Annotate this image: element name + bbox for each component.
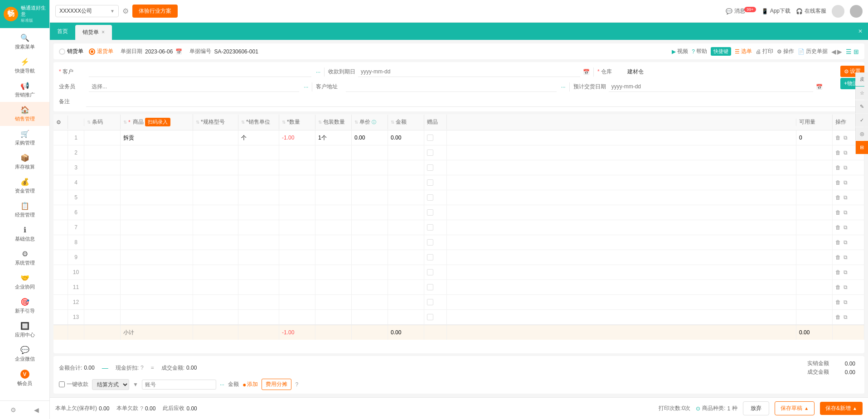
gift-checkbox-1[interactable] [427, 135, 433, 141]
discard-btn[interactable]: 放弃 [743, 401, 769, 415]
save-draft-btn[interactable]: 保存草稿 ▲ [775, 401, 815, 415]
sidebar-item-wechat[interactable]: 💬 企业微信 [0, 342, 49, 366]
list-view-icon[interactable]: ☰ [846, 48, 852, 55]
price-info-icon[interactable]: ⓘ [372, 119, 376, 125]
sidebar-item-basic-info[interactable]: ℹ 基础信息 [0, 222, 49, 246]
delete-icon[interactable]: 🗑 [835, 149, 841, 156]
trial-button[interactable]: 体验行业方案 [132, 5, 178, 18]
th-settings[interactable]: ⚙ [53, 116, 68, 129]
close-button[interactable]: ✕ [853, 28, 868, 34]
one-click-payment-checkbox[interactable] [59, 381, 65, 387]
collapse-btn[interactable]: ◀ [32, 405, 41, 415]
date-calendar-icon[interactable]: 📅 [175, 48, 182, 55]
copy-icon[interactable]: ⧉ [844, 224, 848, 231]
sort-icon8[interactable]: ⇅ [391, 120, 394, 125]
add-btn[interactable]: ● 添加 [242, 380, 258, 388]
td-gift-1[interactable] [424, 130, 447, 145]
salesperson-input[interactable] [89, 82, 299, 92]
fee-split-btn[interactable]: 费用分摊 [262, 379, 291, 390]
delete-icon[interactable]: 🗑 [835, 284, 841, 290]
copy-icon[interactable]: ⧉ [844, 239, 848, 246]
copy-icon[interactable]: ⧉ [844, 314, 848, 320]
settings-footer-btn[interactable]: ⚙ [9, 405, 18, 415]
float-btn-edit[interactable]: ✎ [855, 100, 868, 113]
sort-icon3[interactable]: ⇅ [196, 120, 199, 125]
debit-help-icon[interactable]: ? [140, 405, 143, 412]
print-action[interactable]: 🖨 打印 [756, 48, 773, 55]
settle-method-select[interactable]: 结算方式 [92, 379, 129, 390]
sidebar-item-finance[interactable]: 💰 资金管理 [0, 174, 49, 198]
delete-icon[interactable]: 🗑 [835, 164, 841, 171]
copy-icon[interactable]: ⧉ [844, 149, 848, 156]
tab-home[interactable]: 首页 [50, 24, 75, 39]
expected-date-calendar-icon[interactable]: 📅 [816, 84, 823, 90]
select-action[interactable]: ☰ 选单 [735, 48, 752, 55]
sort-icon[interactable]: ⇅ [87, 120, 91, 125]
sidebar-item-inventory[interactable]: 📦 库存核算 [0, 150, 49, 174]
sort-icon7[interactable]: ⇅ [354, 120, 358, 125]
sidebar-item-app-center[interactable]: 🔲 应用中心 [0, 318, 49, 342]
float-btn-circle[interactable]: ◎ [855, 127, 868, 140]
copy-icon[interactable]: ⧉ [844, 299, 848, 305]
delete-icon[interactable]: 🗑 [835, 254, 841, 260]
sort-icon2[interactable]: ⇅ [123, 120, 127, 125]
avatar-extra[interactable] [850, 5, 863, 18]
td-barcode-1[interactable] [84, 130, 121, 145]
sidebar-item-search[interactable]: 🔍 搜索菜单 [0, 30, 49, 54]
copy-icon[interactable]: ⧉ [844, 164, 848, 171]
delete-icon[interactable]: 🗑 [835, 224, 841, 231]
sidebar-item-management[interactable]: 📋 经营管理 [0, 198, 49, 222]
chat-action[interactable]: 💬 消息 99+ [726, 7, 756, 15]
help-action[interactable]: ? 帮助 [692, 48, 707, 55]
return-radio[interactable] [89, 48, 95, 55]
salesperson-dots[interactable]: ··· [304, 84, 308, 90]
copy-icon[interactable]: ⧉ [844, 284, 848, 290]
grid-view-icon[interactable]: ⊞ [853, 48, 859, 55]
customer-addr-input[interactable] [346, 82, 556, 92]
fee-help-icon[interactable]: ? [295, 381, 298, 388]
scan-btn[interactable]: 扫码录入 [145, 118, 170, 126]
discount-help-icon[interactable]: ? [141, 365, 144, 371]
account-dots[interactable]: ··· [220, 381, 224, 388]
delete-icon[interactable]: 🗑 [835, 299, 841, 305]
td-spec-1[interactable] [193, 130, 238, 145]
delete-icon[interactable]: 🗑 [835, 194, 841, 201]
copy-icon-1[interactable]: ⧉ [844, 135, 848, 141]
copy-icon[interactable]: ⧉ [844, 209, 848, 216]
sort-icon4[interactable]: ⇅ [241, 120, 245, 125]
customer-dots[interactable]: ··· [316, 69, 320, 75]
delete-icon[interactable]: 🗑 [835, 179, 841, 186]
delete-icon-1[interactable]: 🗑 [835, 135, 841, 141]
payment-date-calendar-icon[interactable]: 📅 [583, 69, 590, 75]
video-action[interactable]: ▶ 视频 [672, 48, 688, 55]
next-arrow[interactable]: ▶ [837, 48, 842, 55]
save-new-btn[interactable]: 保存&新增 ▲ [820, 402, 863, 415]
expected-date-input[interactable] [609, 82, 813, 92]
sale-radio[interactable] [59, 48, 65, 55]
account-input[interactable] [142, 380, 216, 390]
return-radio-label[interactable]: 退货单 [89, 48, 113, 55]
operate-action[interactable]: ⚙ 操作 [777, 48, 794, 55]
company-selector[interactable]: XXXXXX公司 ▼ [55, 5, 119, 17]
tab-close-icon[interactable]: × [102, 29, 105, 35]
online-support-action[interactable]: 🎧 在线客服 [796, 7, 826, 15]
notes-input[interactable] [86, 96, 859, 107]
float-btn-star[interactable]: ☆ [855, 87, 868, 100]
copy-icon[interactable]: ⧉ [844, 194, 848, 201]
avatar[interactable] [832, 5, 844, 18]
copy-icon[interactable]: ⧉ [844, 269, 848, 275]
sidebar-item-sales[interactable]: 🏠 销售管理 [0, 102, 49, 126]
copy-icon[interactable]: ⧉ [844, 179, 848, 186]
sidebar-item-marketing[interactable]: 📢 营销推广 [0, 78, 49, 102]
float-btn-check[interactable]: ✓ [855, 114, 868, 127]
sale-radio-label[interactable]: 销货单 [59, 48, 83, 55]
addr-dots[interactable]: ··· [561, 84, 566, 90]
app-download-action[interactable]: 📱 App下载 [761, 7, 790, 15]
sort-icon5[interactable]: ⇅ [282, 120, 286, 125]
sidebar-item-system[interactable]: ⚙ 系统管理 [0, 246, 49, 270]
sidebar-item-member[interactable]: V 畅会员 [0, 366, 49, 390]
sort-icon6[interactable]: ⇅ [318, 120, 322, 125]
shortcut-btn[interactable]: 快捷键 [711, 47, 731, 56]
delete-icon[interactable]: 🗑 [835, 209, 841, 216]
one-click-payment-label[interactable]: 一键收款 [59, 380, 88, 388]
